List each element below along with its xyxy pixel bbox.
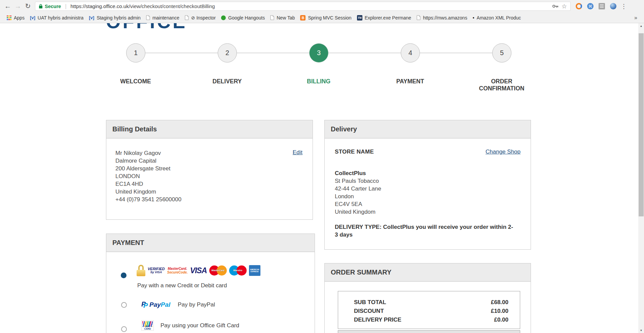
bookmark-inspector[interactable]: ⊘ Inspector: [182, 12, 218, 23]
scrollbar-up-arrow[interactable]: ▲: [638, 23, 644, 29]
office-logo[interactable]: OFFICE: [106, 23, 193, 31]
order-row-subtotal: SUB TOTAL £68.00: [354, 298, 508, 307]
edit-billing-link[interactable]: Edit: [293, 149, 302, 156]
back-icon[interactable]: ←: [3, 0, 13, 12]
billing-address-phone: +44 (0)79 3541 25600000: [115, 196, 302, 203]
scrollbar-thumb[interactable]: [639, 33, 644, 216]
bookmark-google-hangouts[interactable]: Google Hangouts: [218, 12, 267, 23]
radio-paypal[interactable]: [121, 302, 127, 308]
bookmark-maintenance[interactable]: maintenance: [143, 12, 182, 23]
bookmark-explorer-exe[interactable]: TN Explorer.exe Permane: [354, 12, 414, 23]
pay-gift-card-option-label: Pay using your Office Gift Card: [160, 322, 239, 329]
bookmark-apps[interactable]: Apps: [4, 12, 27, 23]
step-label-payment: PAYMENT: [377, 78, 444, 85]
address-bar[interactable]: Secure | https://staging.office.co.uk/vi…: [35, 2, 571, 11]
paypal-wordmark: PayPal: [149, 301, 170, 308]
dot-favicon: •: [473, 15, 474, 20]
bookmark-label: ⊘ Inspector: [191, 15, 216, 20]
page-scrollbar[interactable]: ▲ ▼: [638, 23, 644, 333]
pay-paypal-option-label: Pay by PayPal: [178, 301, 215, 308]
step-label-order-confirmation: ORDER CONFIRMATION: [473, 78, 530, 92]
store-address-line: St Pauls Tobacco: [335, 177, 521, 185]
billing-address-city: LONDON: [115, 172, 302, 180]
scrollbar-down-arrow[interactable]: ▼: [638, 328, 644, 333]
password-key-icon[interactable]: [552, 4, 559, 8]
order-row-label: DISCOUNT: [354, 307, 384, 316]
gift-card-option-row[interactable]: GIFT CARD Pay using your Office Gift Car…: [141, 320, 239, 331]
bookmark-mws-amazon[interactable]: https://mws.amazons: [414, 12, 470, 23]
secure-chip[interactable]: Secure: [39, 4, 61, 9]
bookmarks-overflow-icon[interactable]: »: [632, 15, 640, 21]
hybris-icon: [v]: [89, 15, 94, 20]
browser-menu-icon[interactable]: ⋮: [621, 3, 627, 10]
order-row-value: £68.00: [491, 298, 508, 307]
page-icon: [146, 15, 150, 20]
step-label-welcome: WELCOME: [102, 78, 169, 85]
paypal-icon: P P: [141, 300, 149, 309]
step-4-payment[interactable]: 4: [401, 43, 420, 63]
billing-details-title: Billing Details: [106, 120, 313, 138]
paypal-option-row[interactable]: P P PayPal Pay by PayPal: [141, 300, 215, 309]
step-label-delivery: DELIVERY: [193, 78, 261, 85]
bookmark-label: maintenance: [152, 15, 179, 20]
order-row-delivery-price: DELIVERY PRICE £0.00: [354, 316, 508, 324]
bookmark-new-tab[interactable]: New Tab: [267, 12, 297, 23]
step-1-welcome[interactable]: 1: [126, 43, 145, 63]
store-name-value: CollectPlus: [335, 169, 521, 177]
billing-details-panel: Billing Details Mr Nikolay Gagov Dalmore…: [106, 120, 313, 220]
bookmark-uat-hybris[interactable]: [v] UAT hybris administra: [27, 12, 86, 23]
gold-padlock-icon: [137, 265, 145, 276]
url-host: https://staging.office.co.uk: [71, 3, 129, 9]
extension-newspaper-icon[interactable]: [599, 3, 605, 9]
gift-card-icon: GIFT CARD: [141, 320, 154, 331]
bookmark-label: Explorer.exe Permane: [365, 15, 412, 20]
pay-card-option-label[interactable]: Pay with a new Credit or Debit card: [137, 282, 227, 289]
order-summary-panel: ORDER SUMMARY SUB TOTAL £68.00 DISCOUNT …: [324, 263, 531, 333]
mastercard-icon: MasterCard: [209, 265, 227, 276]
card-brand-icons: VERIFIED by VISA MasterCard. SecureCode.…: [137, 265, 260, 276]
bookmarks-bar: Apps [v] UAT hybris administra [v] Stagi…: [0, 12, 644, 23]
bookmark-label: UAT hybris administra: [38, 15, 83, 20]
step-5-order-confirmation[interactable]: 5: [492, 43, 511, 63]
change-shop-link[interactable]: Change Shop: [486, 149, 521, 155]
radio-credit-debit-card[interactable]: [121, 273, 127, 278]
billing-address-country: United Kingdom: [115, 188, 302, 196]
padlock-icon: [39, 4, 43, 9]
american-express-icon: AMERICAN EXPRESS: [249, 265, 260, 276]
hybris-icon: [v]: [30, 15, 35, 20]
page-icon: [270, 15, 274, 20]
page-icon: [185, 15, 189, 20]
step-label-billing: BILLING: [285, 78, 352, 85]
bookmark-amazon-xml[interactable]: • Amazon XML Produc: [470, 12, 524, 23]
billing-address-company: Dalmore Capital: [115, 157, 302, 165]
bookmark-label: Spring MVC Session: [308, 15, 351, 20]
reload-icon[interactable]: ↻: [23, 0, 33, 12]
bookmark-spring-mvc[interactable]: B Spring MVC Session: [297, 12, 354, 23]
maestro-icon: Maestro: [229, 265, 247, 276]
url-path: /view/checkout/content/checkoutBilling: [129, 3, 215, 9]
extension-command-icon[interactable]: ⌘: [587, 3, 594, 9]
step-2-delivery[interactable]: 2: [218, 43, 237, 63]
blogger-icon: B: [300, 15, 306, 20]
order-row-value: £10.00: [491, 307, 508, 316]
mastercard-securecode-icon: MasterCard. SecureCode.: [167, 267, 188, 274]
delivery-type-text: DELIVERY TYPE: CollectPlus you will rece…: [335, 223, 521, 239]
order-row-label: DELIVERY PRICE: [354, 316, 401, 324]
page-icon: [417, 15, 421, 20]
payment-panel: PAYMENT VERIFIED by VISA MasterCard. Sec…: [106, 234, 315, 333]
office-logo-text: OFFICE: [106, 23, 193, 31]
url-text[interactable]: https://staging.office.co.uk/view/checko…: [71, 3, 215, 9]
radio-gift-card[interactable]: [121, 326, 127, 332]
bookmark-star-icon[interactable]: ☆: [562, 3, 567, 10]
order-row-discount: DISCOUNT £10.00: [354, 307, 508, 316]
extension-globe-icon[interactable]: [610, 3, 616, 9]
bookmark-staging-hybris[interactable]: [v] Staging hybris admin: [86, 12, 143, 23]
extension-swoosh-icon[interactable]: [576, 3, 582, 9]
step-3-billing[interactable]: 3: [309, 43, 328, 63]
billing-address-street: 200 Aldersgate Street: [115, 165, 302, 172]
bookmark-label: Amazon XML Produc: [477, 15, 521, 20]
apps-grid-icon: [7, 15, 11, 20]
order-summary-box: SUB TOTAL £68.00 DISCOUNT £10.00 DELIVER…: [338, 291, 520, 329]
bookmark-label: https://mws.amazons: [423, 15, 467, 20]
store-name-label: STORE NAME: [335, 149, 374, 155]
